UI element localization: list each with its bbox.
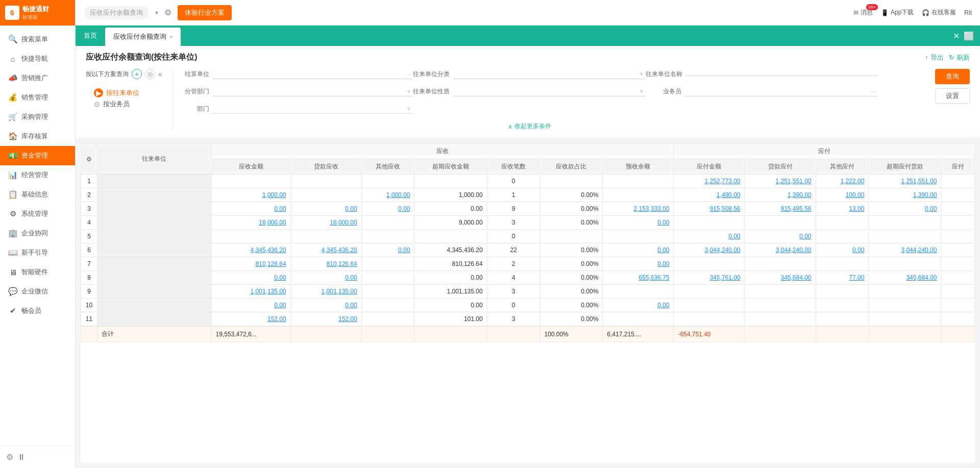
footer-label: 合计: [97, 326, 212, 342]
tab-receivable[interactable]: 应收应付余额查询 ×: [105, 28, 181, 46]
filter-main: 按以下方案查询 + ◎ « ▶ 按往来单位 ⊙: [86, 69, 970, 132]
quicknav-icon: ⌂: [8, 55, 17, 63]
sales-icon: 💰: [8, 93, 17, 102]
filter-setting-button[interactable]: ◎: [145, 69, 155, 79]
sidebar-label-sales: 销售管理: [21, 93, 48, 102]
app-download-button[interactable]: 📱 App下载: [881, 8, 914, 17]
main-content: 应收应付余额查询 ▾ ⚙ 体验行业方案 ✉ 消息 99+ 📱 App下载 🎧 在…: [76, 0, 980, 468]
sidebar-item-guide[interactable]: 📖 新手引导: [0, 243, 75, 262]
sidebar-logo: 6 畅捷通财 标准版: [0, 0, 75, 26]
col-r-advance: 预收余额: [603, 159, 674, 175]
filter-cell-salesman: 业务员 ···: [646, 86, 878, 96]
table-settings-icon[interactable]: ⚙: [86, 156, 92, 163]
table-settings-col[interactable]: ⚙: [81, 144, 97, 175]
filter-collapse-btn[interactable]: «: [158, 70, 162, 78]
collapse-more-button[interactable]: ∧ 收起更多条件: [181, 119, 878, 132]
filter-grid: 结算单位 ··· 往来单位分类 ∨: [181, 69, 878, 114]
sidebar-item-cooperation[interactable]: 🏢 企业协同: [0, 224, 75, 243]
table-row: 100.000.000.0000.00%0.00: [81, 299, 975, 312]
page-actions: ↑ 导出 ↻ 刷新: [925, 53, 970, 62]
sidebar-item-funds[interactable]: 💵 资金管理: [0, 146, 75, 165]
filter-add-button[interactable]: +: [132, 69, 142, 79]
dept-input[interactable]: ∨: [212, 86, 413, 96]
topbar: 应收应付余额查询 ▾ ⚙ 体验行业方案 ✉ 消息 99+ 📱 App下载 🎧 在…: [76, 0, 980, 26]
sidebar-label-wechat: 企业微信: [21, 287, 48, 296]
partner-name-label: 往来单位名称: [646, 70, 682, 79]
scheme-clock-icon: ⊙: [94, 100, 100, 108]
sidebar-item-member[interactable]: ✔ 畅会员: [0, 301, 75, 321]
filter-cell-department: 部门 ∨: [181, 104, 413, 114]
partner-nature-label: 往来单位性质: [413, 87, 450, 96]
topbar-chevron-icon[interactable]: ▾: [155, 9, 158, 16]
sidebar-item-inventory[interactable]: 🏠 库存核算: [0, 127, 75, 146]
messages-button[interactable]: ✉ 消息 99+: [853, 8, 873, 17]
filter-fields: 结算单位 ··· 往来单位分类 ∨: [173, 69, 970, 132]
refresh-button[interactable]: ↻ 刷新: [949, 53, 970, 62]
scheme-by-salesman[interactable]: ⊙ 按业务员: [94, 100, 167, 109]
logo-icon: 6: [5, 6, 19, 20]
tab-maximize-button[interactable]: ⬜: [964, 31, 974, 41]
export-icon: ↑: [925, 54, 929, 61]
tab-receivable-label: 应收应付余额查询: [113, 32, 166, 41]
scheme-salesman-label: 按业务员: [103, 100, 130, 109]
department-input[interactable]: ∨: [212, 104, 413, 114]
table-row: 91,001,135.001,001,135.001,001,135.0030.…: [81, 285, 975, 299]
query-button[interactable]: 查询: [935, 69, 970, 84]
sidebar-collapse-icon[interactable]: ⏸: [17, 453, 26, 462]
sidebar-settings-icon[interactable]: ⚙: [6, 452, 13, 462]
sidebar-item-purchase[interactable]: 🛒 采购管理: [0, 107, 75, 127]
sidebar-item-hardware[interactable]: 🖥 智能硬件: [0, 262, 75, 282]
partner-name-cell: [97, 230, 212, 243]
footer-r-advance: 6,417,215....: [603, 326, 674, 342]
footer-p-overdue: [869, 326, 941, 342]
table-payable-group: 应付: [674, 144, 975, 159]
tab-close-icon[interactable]: ×: [169, 34, 173, 40]
partner-category-chevron-icon: ∨: [640, 70, 644, 77]
tab-home[interactable]: 首页: [76, 26, 105, 46]
sidebar-item-sales[interactable]: 💰 销售管理: [0, 88, 75, 107]
scheme-by-partner[interactable]: ▶ 按往来单位: [94, 88, 167, 97]
footer-p-other: [816, 326, 869, 342]
setting-button[interactable]: 设置: [935, 88, 970, 104]
col-p-loan: 贷款应付: [745, 159, 816, 175]
sidebar-item-search[interactable]: 🔍 搜索菜单: [0, 30, 75, 49]
tab-close-button[interactable]: ✕: [953, 31, 960, 41]
sidebar-label-inventory: 库存核算: [21, 132, 48, 141]
sidebar-item-operations[interactable]: 📊 经营管理: [0, 165, 75, 185]
table-row: 7810,126.64810,126.64810,126.6420.00%0.0…: [81, 257, 975, 271]
table-row: 64,345,436.204,345,436.200.004,345,436.2…: [81, 243, 975, 257]
message-icon: ✉: [853, 9, 859, 16]
sidebar-label-basic: 基础信息: [21, 190, 48, 199]
partner-name-input[interactable]: [685, 72, 878, 76]
sidebar-item-quicknav[interactable]: ⌂ 快捷导航: [0, 49, 75, 68]
footer-p-extra: [941, 326, 975, 342]
solution-button[interactable]: 体验行业方案: [178, 5, 232, 20]
online-service-button[interactable]: 🎧 在线客服: [922, 8, 956, 17]
partner-nature-input[interactable]: ∨: [453, 86, 645, 96]
logo-sub: 标准版: [22, 14, 49, 21]
table-row: 30.000.000.000.0090.00%2,153,333.00915,5…: [81, 202, 975, 216]
dept-chevron-icon: ∨: [407, 88, 411, 94]
sidebar-item-system[interactable]: ⚙ 系统管理: [0, 204, 75, 224]
user-info[interactable]: Rit: [964, 9, 972, 16]
col-r-loan: 贷款应收: [290, 159, 361, 175]
sidebar-item-basic[interactable]: 📋 基础信息: [0, 185, 75, 204]
purchase-icon: 🛒: [8, 112, 17, 121]
sidebar-item-wechat[interactable]: 💬 企业微信: [0, 282, 75, 301]
export-button[interactable]: ↑ 导出: [925, 53, 944, 62]
scheme-options: ▶ 按往来单位 ⊙ 按业务员: [86, 84, 167, 109]
service-icon: 🎧: [922, 9, 929, 16]
partner-name-cell: [97, 243, 212, 257]
filter-cell-partner-name: 往来单位名称: [646, 69, 878, 79]
sidebar-label-quicknav: 快捷导航: [21, 54, 48, 63]
partner-category-input[interactable]: ∨: [453, 69, 645, 79]
refresh-icon: ↻: [949, 54, 954, 61]
guide-icon: 📖: [8, 248, 17, 257]
member-icon: ✔: [8, 306, 17, 315]
settlement-input[interactable]: ···: [212, 69, 413, 79]
topbar-gear-icon[interactable]: ⚙: [164, 8, 172, 17]
topbar-right: ✉ 消息 99+ 📱 App下载 🎧 在线客服 Rit: [853, 8, 972, 17]
salesman-input[interactable]: ···: [684, 87, 878, 96]
filter-cell-dept: 分管部门 ∨: [181, 86, 413, 96]
sidebar-item-marketing[interactable]: 📣 营销推广: [0, 68, 75, 88]
